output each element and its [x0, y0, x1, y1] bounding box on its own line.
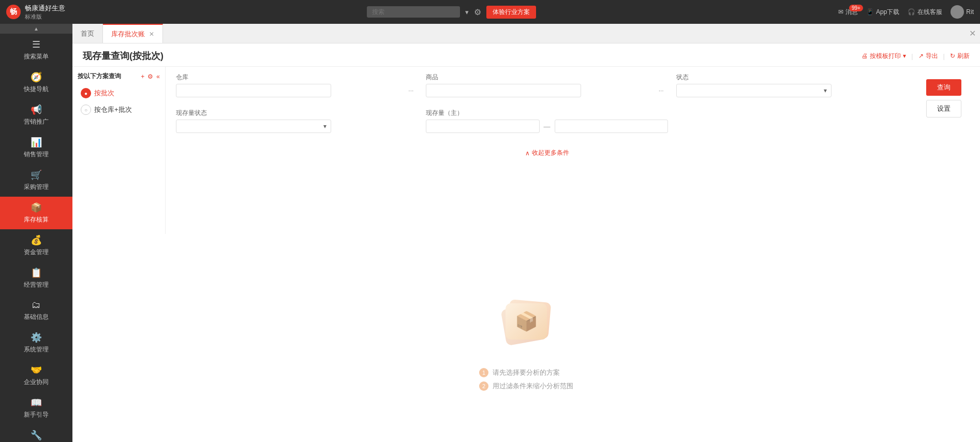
print-label: 按模板打印 — [870, 52, 901, 61]
warehouse-more-icon[interactable]: ··· — [408, 87, 413, 94]
export-label: 导出 — [926, 52, 938, 61]
sidebar-item-quick[interactable]: 🧭 快捷导航 — [0, 66, 72, 99]
scheme-item-batch[interactable]: ● 按批次 — [72, 85, 165, 101]
tip-text-2: 用过滤条件来缩小分析范围 — [493, 381, 573, 391]
sidebar-item-marketing[interactable]: 📢 营销推广 — [0, 99, 72, 131]
refresh-button[interactable]: ↻ 刷新 — [950, 52, 970, 61]
avatar — [951, 5, 964, 19]
filter-group-inventory-qty: 现存量（主） — — [426, 109, 667, 133]
user-profile-button[interactable]: Rit — [951, 5, 974, 19]
trial-button[interactable]: 体验行业方案 — [486, 6, 536, 19]
sidebar-item-newbie[interactable]: 📖 新手引导 — [0, 392, 72, 424]
basic-icon: 🗂 — [32, 300, 41, 311]
print-button[interactable]: 🖨 按模板打印 ▾ — [862, 52, 906, 61]
inventory-qty-max[interactable] — [555, 120, 668, 133]
sidebar-label-quick: 快捷导航 — [24, 85, 49, 94]
scheme-item-warehouse-batch[interactable]: ○ 按仓库+批次 — [72, 101, 165, 118]
empty-tip-2: 2 用过滤条件来缩小分析范围 — [479, 381, 573, 391]
sidebar-item-system[interactable]: ⚙️ 系统管理 — [0, 327, 72, 359]
scheme-batch-label: 按批次 — [94, 89, 114, 98]
filter-right-area: 仓库 ··· 商品 — [166, 67, 980, 234]
content-area: 首页 库存批次账 ✕ ✕ 现存量查询(按批次) 🖨 按模板打印 ▾ | — [72, 24, 980, 442]
tip-num-1: 1 — [479, 368, 488, 377]
filter-row-1: 仓库 ··· 商品 — [176, 73, 918, 97]
finance-icon: 💰 — [31, 234, 42, 246]
settings-button[interactable]: 设置 — [926, 100, 961, 117]
sidebar-label-search: 搜索菜单 — [24, 52, 49, 61]
online-service-button[interactable]: 🎧 在线客服 — [908, 8, 942, 17]
main-layout: ▲ ☰ 搜索菜单 🧭 快捷导航 📢 营销推广 📊 销售管理 🛒 采购管理 📦 库… — [0, 24, 980, 442]
sidebar-item-enterprise[interactable]: 🤝 企业协同 — [0, 359, 72, 392]
close-all-tabs-icon[interactable]: ✕ — [969, 28, 976, 38]
scheme-header-icons: + ⚙ « — [141, 73, 160, 80]
app-download-icon: 📱 — [866, 8, 874, 16]
search-input[interactable] — [367, 6, 460, 18]
inventory-qty-dash: — — [544, 123, 551, 130]
sidebar-item-purchase[interactable]: 🛒 采购管理 — [0, 164, 72, 197]
message-icon: ✉ — [838, 8, 843, 16]
product-label: 商品 — [426, 73, 667, 82]
sidebar-label-newbie: 新手引导 — [24, 410, 49, 419]
action-col: 查询 设置 — [918, 73, 970, 124]
page-content: 现存量查询(按批次) 🖨 按模板打印 ▾ | ↗ 导出 | ↻ — [72, 43, 980, 442]
status-select[interactable]: ▾ — [676, 84, 831, 97]
operation-icon: 📋 — [31, 267, 42, 278]
tab-batch-close-icon[interactable]: ✕ — [149, 31, 154, 38]
refresh-label: 刷新 — [957, 52, 970, 61]
tab-batch[interactable]: 库存批次账 ✕ — [103, 24, 163, 43]
collapse-icon: ∧ — [525, 150, 530, 157]
collapse-label: 收起更多条件 — [532, 149, 569, 157]
app-download-button[interactable]: 📱 App下载 — [866, 8, 899, 17]
warehouse-batch-scheme-icon: ○ — [81, 105, 91, 115]
sidebar-item-sales[interactable]: 📊 销售管理 — [0, 131, 72, 164]
sidebar-item-finance[interactable]: 💰 资金管理 — [0, 229, 72, 262]
sidebar-item-search[interactable]: ☰ 搜索菜单 — [0, 34, 72, 66]
inventory-qty-min[interactable] — [426, 120, 539, 133]
topbar-gear-icon[interactable]: ⚙ — [474, 7, 481, 17]
print-icon: 🖨 — [862, 52, 868, 60]
export-button[interactable]: ↗ 导出 — [918, 52, 938, 61]
inventory-status-select[interactable]: ▾ — [176, 120, 331, 133]
sidebar-label-system: 系统管理 — [24, 345, 49, 354]
tab-batch-label: 库存批次账 — [111, 30, 145, 39]
status-label: 状态 — [676, 73, 918, 82]
app-version: 标准版 — [25, 13, 65, 21]
sales-icon: 📊 — [31, 137, 42, 148]
batch-scheme-icon: ● — [81, 88, 91, 98]
app-info: 畅康通好生意 标准版 — [25, 4, 65, 21]
product-input[interactable] — [426, 84, 581, 97]
sidebar-scroll-up[interactable]: ▲ — [0, 24, 72, 34]
user-name: Rit — [966, 8, 974, 16]
sidebar-item-basic[interactable]: 🗂 基础信息 — [0, 294, 72, 327]
page-title: 现存量查询(按批次) — [83, 50, 164, 62]
warehouse-input[interactable] — [176, 84, 331, 97]
page-header-actions: 🖨 按模板打印 ▾ | ↗ 导出 | ↻ 刷新 — [862, 52, 970, 61]
sidebar-item-operation[interactable]: 📋 经营管理 — [0, 262, 72, 294]
product-more-icon[interactable]: ··· — [659, 87, 664, 94]
app-name: 畅康通好生意 — [25, 4, 65, 13]
sidebar-label-enterprise: 企业协同 — [24, 378, 49, 387]
sidebar-item-inventory[interactable]: 📦 库存核算 — [0, 197, 72, 229]
sidebar-item-appstore[interactable]: 🔧 应用中心 — [0, 424, 72, 442]
collapse-more-btn[interactable]: ∧ 收起更多条件 — [176, 144, 918, 161]
print-dropdown-icon[interactable]: ▾ — [903, 52, 906, 60]
message-button[interactable]: ✉ 消息 99+ — [838, 8, 858, 17]
divider1: | — [911, 52, 913, 60]
query-button[interactable]: 查询 — [926, 79, 961, 96]
search-menu-icon: ☰ — [32, 39, 40, 50]
topbar-left: 畅 畅康通好生意 标准版 — [6, 4, 65, 21]
filter-section: 按以下方案查询 + ⚙ « ● 按批次 ○ 按仓库+批次 — [72, 67, 980, 234]
tab-home[interactable]: 首页 — [72, 24, 103, 43]
marketing-icon: 📢 — [31, 104, 42, 115]
inventory-icon: 📦 — [31, 202, 42, 213]
online-service-label: 在线客服 — [917, 8, 942, 17]
scheme-header: 按以下方案查询 + ⚙ « — [72, 72, 165, 85]
scheme-collapse-icon[interactable]: « — [156, 73, 160, 80]
sidebar-label-marketing: 营销推广 — [24, 117, 49, 126]
scheme-settings-icon[interactable]: ⚙ — [147, 73, 153, 80]
system-icon: ⚙️ — [31, 332, 42, 343]
search-dropdown-icon[interactable]: ▾ — [465, 8, 469, 16]
filter-rows-area: 仓库 ··· 商品 — [166, 67, 980, 234]
message-badge: 99+ — [849, 5, 863, 11]
add-scheme-icon[interactable]: + — [141, 73, 144, 80]
